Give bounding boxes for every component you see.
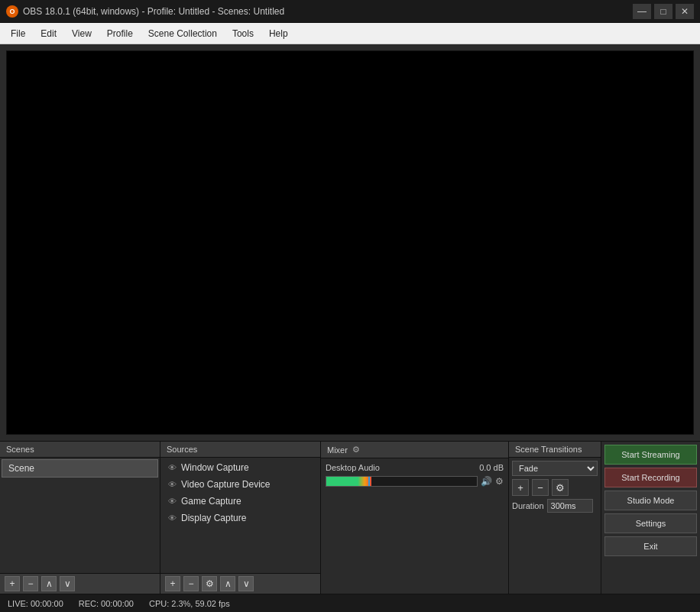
transitions-add-button[interactable]: + (512, 479, 529, 496)
menu-view[interactable]: View (64, 23, 99, 44)
source-item-game-capture[interactable]: 👁 Game Capture (162, 493, 319, 510)
scenes-list: Scene (0, 458, 160, 573)
menu-tools[interactable]: Tools (225, 23, 261, 44)
menu-help[interactable]: Help (261, 23, 296, 44)
mixer-mute-icon[interactable]: 🔊 (481, 476, 492, 487)
sources-list: 👁 Window Capture 👁 Video Capture Device … (160, 458, 320, 573)
transitions-select[interactable]: Fade Cut Swipe Slide Stinger Fade to Col… (512, 461, 598, 476)
menu-edit[interactable]: Edit (33, 23, 64, 44)
maximize-button[interactable]: □ (654, 4, 672, 19)
eye-icon: 👁 (168, 463, 177, 472)
scenes-toolbar: + − ∧ ∨ (0, 573, 160, 594)
title-bar: O OBS 18.0.1 (64bit, windows) - Profile:… (0, 0, 700, 23)
mixer-scroll-area[interactable]: Desktop Audio 0.0 dB 🔊 ⚙ (321, 458, 508, 594)
mixer-bar-container: 🔊 ⚙ (326, 474, 504, 489)
mixer-channel-level: 0.0 dB (479, 463, 504, 472)
scenes-remove-button[interactable]: − (23, 576, 38, 591)
transitions-content: Fade Cut Swipe Slide Stinger Fade to Col… (509, 458, 601, 594)
window-controls: — □ ✕ (633, 4, 694, 19)
source-label: Display Capture (181, 513, 246, 523)
start-streaming-button[interactable]: Start Streaming (604, 445, 697, 465)
transitions-panel-header: Scene Transitions (509, 442, 601, 458)
eye-icon: 👁 (168, 497, 177, 506)
transitions-remove-button[interactable]: − (532, 479, 549, 496)
menu-file[interactable]: File (3, 23, 33, 44)
mixer-panel-title: Mixer (327, 445, 348, 455)
preview-canvas (7, 51, 693, 434)
studio-mode-button[interactable]: Studio Mode (604, 491, 697, 510)
sources-panel-title: Sources (167, 445, 197, 454)
source-item-video-capture[interactable]: 👁 Video Capture Device (162, 476, 319, 493)
scenes-panel-header: Scenes (0, 442, 160, 458)
preview-area (6, 50, 694, 435)
status-rec: REC: 00:00:00 (79, 599, 134, 608)
duration-label: Duration (512, 501, 544, 510)
window-title: OBS 18.0.1 (64bit, windows) - Profile: U… (23, 6, 284, 17)
settings-button[interactable]: Settings (604, 513, 697, 533)
transitions-controls: + − ⚙ (512, 479, 598, 496)
scenes-panel-title: Scenes (6, 445, 34, 454)
sources-panel: Sources 👁 Window Capture 👁 Video Capture… (160, 442, 321, 594)
close-button[interactable]: ✕ (676, 4, 694, 19)
sources-up-button[interactable]: ∧ (220, 576, 235, 591)
source-label: Game Capture (181, 496, 241, 507)
mixer-content: Desktop Audio 0.0 dB 🔊 ⚙ (321, 458, 508, 494)
scenes-up-button[interactable]: ∧ (41, 576, 57, 591)
panels-row: Scenes Scene + − ∧ ∨ Sources 👁 Window Ca… (0, 441, 700, 594)
sources-panel-header: Sources (160, 442, 320, 458)
source-label: Video Capture Device (181, 479, 271, 490)
status-bar: LIVE: 00:00:00 REC: 00:00:00 CPU: 2.3%, … (0, 594, 700, 612)
mixer-panel: Mixer ⚙ Desktop Audio 0.0 dB (321, 442, 509, 594)
scenes-panel: Scenes Scene + − ∧ ∨ (0, 442, 160, 594)
scene-item-scene[interactable]: Scene (2, 459, 158, 478)
mixer-channel-name: Desktop Audio (326, 463, 380, 472)
transitions-settings-button[interactable]: ⚙ (552, 479, 569, 496)
duration-row: Duration (512, 499, 598, 513)
transitions-panel: Scene Transitions Fade Cut Swipe Slide S… (509, 442, 601, 594)
source-item-window-capture[interactable]: 👁 Window Capture (162, 459, 319, 476)
exit-button[interactable]: Exit (604, 536, 697, 556)
mixer-level-bar (326, 476, 478, 487)
sources-add-button[interactable]: + (165, 576, 180, 591)
bottom-section: Scenes Scene + − ∧ ∨ Sources 👁 Window Ca… (0, 441, 700, 594)
menu-scene-collection[interactable]: Scene Collection (141, 23, 225, 44)
transitions-panel-title: Scene Transitions (515, 445, 582, 454)
sources-toolbar: + − ⚙ ∧ ∨ (160, 573, 320, 594)
status-cpu: CPU: 2.3%, 59.02 fps (149, 599, 230, 608)
start-recording-button[interactable]: Start Recording (604, 468, 697, 487)
mixer-config-icon[interactable]: ⚙ (495, 476, 504, 487)
scenes-down-button[interactable]: ∨ (60, 576, 75, 591)
mixer-settings-icon[interactable]: ⚙ (352, 445, 360, 455)
mixer-channel-header: Desktop Audio 0.0 dB (326, 463, 504, 472)
sources-remove-button[interactable]: − (183, 576, 199, 591)
mixer-bar-indicator (368, 477, 370, 486)
sources-settings-button[interactable]: ⚙ (202, 576, 217, 591)
menu-profile[interactable]: Profile (99, 23, 141, 44)
eye-icon: 👁 (168, 513, 177, 523)
duration-input[interactable] (547, 499, 593, 513)
app-icon: O (6, 5, 18, 18)
source-item-display-capture[interactable]: 👁 Display Capture (162, 510, 319, 526)
source-label: Window Capture (181, 462, 249, 473)
minimize-button[interactable]: — (633, 4, 651, 19)
eye-icon: 👁 (168, 480, 177, 489)
menu-bar: File Edit View Profile Scene Collection … (0, 23, 700, 44)
scenes-add-button[interactable]: + (5, 576, 20, 591)
sources-down-button[interactable]: ∨ (238, 576, 254, 591)
mixer-panel-header: Mixer ⚙ (321, 442, 508, 458)
title-bar-left: O OBS 18.0.1 (64bit, windows) - Profile:… (6, 5, 284, 18)
mixer-channel-desktop: Desktop Audio 0.0 dB 🔊 ⚙ (326, 463, 504, 489)
status-live: LIVE: 00:00:00 (8, 599, 63, 608)
mixer-bar-fill (326, 477, 371, 486)
controls-panel: Start Streaming Start Recording Studio M… (601, 442, 700, 594)
